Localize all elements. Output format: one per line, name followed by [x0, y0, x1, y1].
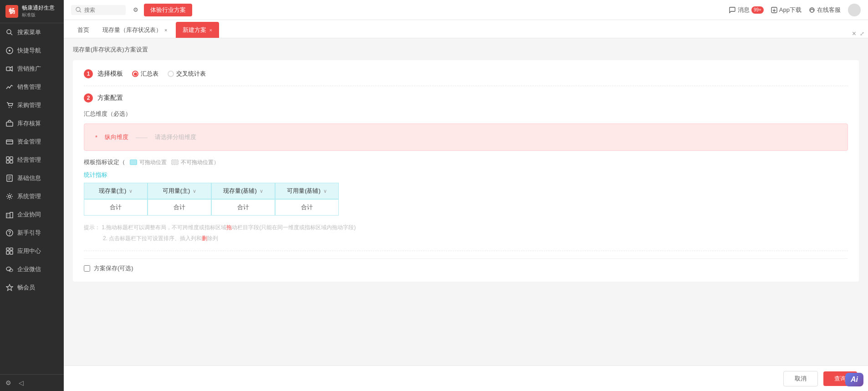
col-avail-aux-arrow[interactable]: ∨	[323, 188, 327, 194]
sidebar: 畅 畅康通好生意 标准版 搜索菜单 快捷导航 营销推广	[0, 0, 64, 391]
base-info-icon	[5, 174, 14, 182]
tab-inventory-status[interactable]: 现存量（库存状况表） ×	[96, 22, 174, 38]
radio-summary[interactable]: 汇总表	[132, 70, 158, 78]
tab-inventory-close[interactable]: ×	[164, 27, 167, 33]
message-item[interactable]: 消息 99+	[729, 6, 764, 14]
dimension-area: * 纵向维度 —— 请选择分组维度	[84, 123, 848, 151]
sidebar-label-enterprise: 企业协同	[17, 211, 41, 219]
sidebar-bottom: ⚙ ◁	[0, 374, 64, 391]
legend-nodrag-label: 不可拖动位置）	[181, 159, 219, 166]
col-stock-aux-header[interactable]: 现存量(基辅) ∨	[211, 183, 275, 199]
app-center-icon	[5, 247, 14, 255]
guide-icon	[5, 229, 14, 237]
inventory-icon	[5, 119, 14, 128]
svg-point-6	[11, 107, 12, 108]
tab-home[interactable]: 首页	[71, 22, 96, 38]
svg-rect-8	[6, 140, 13, 144]
sidebar-logo: 畅 畅康通好生意 标准版	[0, 0, 64, 23]
message-icon	[729, 6, 736, 14]
section1-title: 选择模板	[97, 70, 123, 78]
save-row: 方案保存(可选)	[84, 258, 848, 273]
col-stock-aux-arrow[interactable]: ∨	[260, 188, 263, 194]
sidebar-nav: 搜索菜单 快捷导航 营销推广 销售管理 采购管理	[0, 23, 64, 374]
col-avail-main-header[interactable]: 可用量(主) ∨	[148, 183, 211, 199]
vertical-placeholder[interactable]: 请选择分组维度	[155, 133, 196, 141]
svg-line-32	[80, 11, 81, 12]
sidebar-item-inventory[interactable]: 库存核算	[0, 114, 64, 133]
svg-point-23	[9, 235, 10, 236]
window-close-icon[interactable]: ×	[852, 30, 856, 38]
sidebar-item-sales[interactable]: 销售管理	[0, 78, 64, 96]
gear-icon[interactable]: ⚙	[133, 6, 138, 13]
col-stock-main-label: 现存量(主)	[99, 187, 127, 195]
app-download-item[interactable]: App下载	[771, 6, 802, 14]
content-area: 现存量(库存状况表)方案设置 1 选择模板 汇总表 交叉统计表	[64, 38, 868, 391]
sidebar-label-marketing: 营销推广	[17, 65, 41, 73]
sidebar-item-guide[interactable]: 新手引导	[0, 224, 64, 242]
col-avail-main-arrow[interactable]: ∨	[193, 188, 196, 194]
section1-header: 1 选择模板 汇总表 交叉统计表	[84, 69, 848, 78]
sidebar-item-enterprise[interactable]: 企业协同	[0, 206, 64, 224]
settings-icon[interactable]: ⚙	[5, 379, 11, 386]
sidebar-item-search-menu[interactable]: 搜索菜单	[0, 23, 64, 41]
purchase-icon	[5, 101, 14, 109]
col-avail-aux-header[interactable]: 可用量(基辅) ∨	[275, 183, 339, 199]
cell-avail-main-sub: 合计	[148, 199, 211, 216]
sidebar-label-quick-nav: 快捷导航	[17, 46, 41, 55]
sidebar-label-inventory: 库存核算	[17, 119, 41, 128]
headset-icon	[809, 7, 815, 13]
sidebar-item-purchase[interactable]: 采购管理	[0, 96, 64, 114]
svg-rect-7	[6, 122, 13, 126]
col-stock-main-arrow[interactable]: ∨	[129, 188, 133, 194]
sidebar-item-marketing[interactable]: 营销推广	[0, 60, 64, 78]
tab-new-scheme[interactable]: 新建方案 ×	[176, 22, 219, 38]
col-avail-aux-label: 可用量(基辅)	[287, 187, 321, 195]
cancel-button[interactable]: 取消	[783, 371, 818, 386]
finance-icon	[5, 138, 14, 146]
search-menu-icon	[5, 28, 14, 36]
tip-line-1: 提示： 1.拖动标题栏可以调整布局，不可跨维度或指标区域拖动栏目字段(只能在同一…	[84, 223, 848, 233]
page-title: 现存量(库存状况表)方案设置	[73, 46, 859, 54]
online-service-item[interactable]: 在线客服	[809, 6, 841, 14]
ai-badge[interactable]: Ai	[845, 373, 863, 386]
section2-title: 方案配置	[97, 94, 123, 102]
radio-cross[interactable]: 交叉统计表	[168, 70, 206, 78]
search-input[interactable]	[84, 7, 121, 13]
tab-new-scheme-label: 新建方案	[183, 26, 206, 34]
stats-section: 统计指标 现存量(主) ∨ 可用量(主) ∨	[84, 171, 848, 216]
quick-nav-icon	[5, 46, 14, 55]
sidebar-item-wechat[interactable]: 企业微信	[0, 260, 64, 278]
radio-cross-dot	[168, 71, 174, 77]
logo-icon: 畅	[5, 5, 18, 18]
sidebar-item-system[interactable]: 系统管理	[0, 187, 64, 206]
topbar-search-box[interactable]	[71, 5, 126, 15]
footer-bar: 取消 查询	[64, 365, 868, 391]
vertical-label: *	[95, 134, 97, 141]
trial-btn[interactable]: 体验行业方案	[144, 4, 192, 16]
sidebar-label-wechat: 企业微信	[17, 265, 41, 273]
save-label: 方案保存(可选)	[94, 264, 133, 273]
collapse-icon[interactable]: ◁	[19, 379, 24, 386]
col-stock-main-header[interactable]: 现存量(主) ∨	[84, 183, 148, 199]
save-checkbox[interactable]	[84, 265, 90, 272]
sidebar-item-base-info[interactable]: 基础信息	[0, 169, 64, 187]
sidebar-item-finance[interactable]: 资金管理	[0, 133, 64, 151]
svg-rect-10	[6, 157, 9, 159]
section2-header: 2 方案配置	[84, 93, 848, 103]
sales-icon	[5, 83, 14, 91]
user-avatar[interactable]	[848, 4, 861, 16]
window-expand-icon[interactable]: ⤢	[860, 31, 864, 37]
legend-draggable-label: 可拖动位置	[139, 159, 167, 166]
sidebar-item-operations[interactable]: 经营管理	[0, 151, 64, 169]
sidebar-item-member[interactable]: 畅会员	[0, 278, 64, 297]
sidebar-item-app-center[interactable]: 应用中心	[0, 242, 64, 260]
sidebar-item-quick-nav[interactable]: 快捷导航	[0, 41, 64, 60]
indicators-text: 模板指标设定（	[84, 158, 125, 166]
vertical-dash: ——	[136, 134, 148, 141]
settings-card: 1 选择模板 汇总表 交叉统计表	[73, 60, 859, 282]
col-stock-aux-label: 现存量(基辅)	[223, 187, 257, 195]
tab-new-scheme-close[interactable]: ×	[209, 27, 212, 33]
section2-num: 2	[84, 93, 93, 103]
nodrag-box	[171, 159, 179, 165]
topbar-search-icon	[76, 7, 82, 13]
